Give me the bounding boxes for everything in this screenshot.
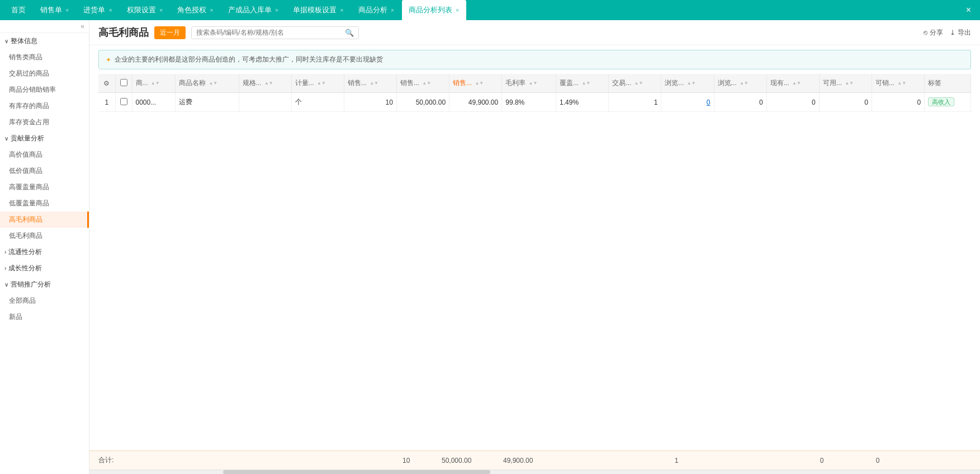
sidebar-item-high-margin[interactable]: 高毛利商品 bbox=[0, 212, 89, 228]
sort-icon[interactable]: ▲▼ bbox=[529, 81, 538, 86]
share-icon: ⎋ bbox=[924, 29, 927, 36]
sidebar-item-new-products[interactable]: 新品 bbox=[0, 309, 89, 325]
sidebar-item-all-products[interactable]: 全部商品 bbox=[0, 293, 89, 309]
sidebar-group-overall[interactable]: ∨ 整体信息 bbox=[0, 33, 89, 49]
sidebar-group-liquidity[interactable]: › 流通性分析 bbox=[0, 244, 89, 260]
close-icon[interactable]: × bbox=[275, 7, 278, 13]
nav-product-warehouse[interactable]: 产成品入库单 × bbox=[221, 0, 285, 20]
col-saleable[interactable]: 可销... ▲▼ bbox=[872, 74, 924, 93]
sort-icon[interactable]: ▲▼ bbox=[687, 81, 696, 86]
close-icon[interactable]: × bbox=[159, 7, 163, 13]
export-button[interactable]: ⤓ 导出 bbox=[950, 28, 971, 37]
col-current-stock[interactable]: 现有... ▲▼ bbox=[766, 74, 819, 93]
col-sales3[interactable]: 销售... ▲▼ bbox=[449, 74, 502, 93]
sort-icon[interactable]: ▲▼ bbox=[581, 81, 590, 86]
select-all-checkbox[interactable] bbox=[120, 79, 127, 86]
col-code[interactable]: 商... ▲▼ bbox=[132, 74, 176, 93]
nav-purchase-order[interactable]: 进货单 × bbox=[77, 0, 119, 20]
sort-icon[interactable]: ▲▼ bbox=[151, 81, 160, 86]
search-icon[interactable]: 🔍 bbox=[345, 29, 354, 37]
nav-role-auth[interactable]: 角色授权 × bbox=[171, 0, 220, 20]
sort-icon[interactable]: ▲▼ bbox=[317, 81, 326, 86]
col-views2[interactable]: 浏览... ▲▼ bbox=[714, 74, 766, 93]
col-coverage[interactable]: 覆盖... ▲▼ bbox=[556, 74, 609, 93]
row-transactions: 1 bbox=[609, 93, 661, 112]
close-icon[interactable]: × bbox=[108, 7, 112, 13]
sidebar-item-stocked-products[interactable]: 有库存的商品 bbox=[0, 98, 89, 114]
sort-icon[interactable]: ▲▼ bbox=[792, 81, 801, 86]
col-spec[interactable]: 规格... ▲▼ bbox=[239, 74, 291, 93]
sort-icon[interactable]: ▲▼ bbox=[740, 81, 749, 86]
col-tag[interactable]: 标签 bbox=[925, 74, 971, 93]
col-gross-margin[interactable]: 毛利率 ▲▼ bbox=[502, 74, 556, 93]
sidebar-item-low-margin[interactable]: 低毛利商品 bbox=[0, 228, 89, 244]
header-actions: ⎋ 分享 ⤓ 导出 bbox=[924, 28, 971, 37]
close-icon[interactable]: × bbox=[65, 7, 69, 13]
row-sales2: 50,000.00 bbox=[396, 93, 449, 112]
sidebar-collapse-button[interactable]: « bbox=[0, 20, 89, 33]
top-navigation: 首页 销售单 × 进货单 × 权限设置 × 角色授权 × 产成品入库单 × 单据… bbox=[0, 0, 980, 20]
close-icon[interactable]: × bbox=[391, 7, 394, 13]
chevron-down-icon: ∨ bbox=[4, 281, 8, 288]
share-button[interactable]: ⎋ 分享 bbox=[924, 28, 943, 37]
close-icon[interactable]: × bbox=[340, 7, 343, 13]
sidebar-item-inventory-capital[interactable]: 库存资金占用 bbox=[0, 114, 89, 130]
sidebar-item-high-coverage[interactable]: 高覆盖量商品 bbox=[0, 179, 89, 195]
data-table: ⚙ 商... ▲▼ 商品名称 ▲▼ 规格... bbox=[98, 74, 971, 112]
sort-icon[interactable]: ▲▼ bbox=[209, 81, 217, 86]
col-unit[interactable]: 计量... ▲▼ bbox=[291, 74, 344, 93]
sort-icon[interactable]: ▲▼ bbox=[897, 81, 906, 86]
search-box: 🔍 bbox=[191, 26, 359, 39]
star-icon: ✦ bbox=[106, 56, 111, 64]
col-sales1[interactable]: 销售... ▲▼ bbox=[344, 74, 396, 93]
horizontal-scrollbar[interactable] bbox=[89, 470, 980, 474]
col-transactions[interactable]: 交易... ▲▼ bbox=[609, 74, 661, 93]
row-checkbox[interactable] bbox=[115, 93, 132, 112]
sort-icon[interactable]: ▲▼ bbox=[845, 81, 854, 86]
nav-product-analysis-list[interactable]: 商品分析列表 × bbox=[402, 0, 466, 20]
sort-icon[interactable]: ▲▼ bbox=[370, 81, 378, 86]
nav-permission-settings[interactable]: 权限设置 × bbox=[120, 0, 169, 20]
sort-icon[interactable]: ▲▼ bbox=[635, 81, 643, 86]
footer-sales1: 10 bbox=[376, 457, 410, 464]
export-icon: ⤓ bbox=[950, 29, 955, 36]
scrollbar-thumb[interactable] bbox=[223, 470, 490, 474]
chevron-right-icon: › bbox=[4, 249, 6, 255]
filter-recent-month-button[interactable]: 近一月 bbox=[154, 26, 186, 39]
chevron-down-icon: ∨ bbox=[4, 38, 8, 44]
search-input[interactable] bbox=[196, 29, 343, 36]
sidebar-item-low-value[interactable]: 低价值商品 bbox=[0, 163, 89, 179]
sidebar-group-growth[interactable]: › 成长性分析 bbox=[0, 260, 89, 276]
col-sales2[interactable]: 销售... ▲▼ bbox=[396, 74, 449, 93]
col-settings[interactable]: ⚙ bbox=[98, 74, 115, 93]
col-available[interactable]: 可用... ▲▼ bbox=[819, 74, 872, 93]
close-icon[interactable]: × bbox=[456, 7, 459, 13]
sidebar-group-contribution[interactable]: ∨ 贡献量分析 bbox=[0, 130, 89, 147]
close-icon[interactable]: × bbox=[210, 7, 213, 13]
sort-icon[interactable]: ▲▼ bbox=[422, 81, 431, 86]
sidebar-item-sales-products[interactable]: 销售类商品 bbox=[0, 49, 89, 65]
col-name[interactable]: 商品名称 ▲▼ bbox=[176, 74, 239, 93]
col-views1[interactable]: 浏览... ▲▼ bbox=[661, 74, 714, 93]
footer-transactions: 1 bbox=[633, 457, 678, 464]
nav-product-analysis[interactable]: 商品分析 × bbox=[352, 0, 401, 20]
sidebar-item-high-value[interactable]: 高价值商品 bbox=[0, 147, 89, 163]
sidebar-item-traded-products[interactable]: 交易过的商品 bbox=[0, 65, 89, 82]
page-title: 高毛利商品 bbox=[98, 26, 149, 39]
nav-sales-order[interactable]: 销售单 × bbox=[34, 0, 75, 20]
row-num: 1 bbox=[98, 93, 115, 112]
row-tag: 高收入 bbox=[925, 93, 971, 112]
nav-home[interactable]: 首页 bbox=[4, 0, 32, 20]
sort-icon[interactable]: ▲▼ bbox=[264, 81, 273, 86]
table-row: 1 0000... 运费 个 10 50,000.00 49,900.00 99… bbox=[98, 93, 971, 112]
info-banner: ✦ 企业的主要的利润都是这部分商品创造的，可考虑加大推广，同时关注库存是不要出现… bbox=[98, 50, 971, 69]
nav-template-settings[interactable]: 单据模板设置 × bbox=[286, 0, 350, 20]
row-views1[interactable]: 0 bbox=[661, 93, 714, 112]
sort-icon[interactable]: ▲▼ bbox=[475, 81, 484, 86]
sidebar-item-distribution-rate[interactable]: 商品分销助销率 bbox=[0, 82, 89, 98]
row-views2: 0 bbox=[714, 93, 766, 112]
sidebar-item-low-coverage[interactable]: 低覆盖量商品 bbox=[0, 195, 89, 212]
sidebar-group-marketing[interactable]: ∨ 营销推广分析 bbox=[0, 276, 89, 293]
close-all-button[interactable]: × bbox=[962, 5, 976, 15]
row-sales3: 49,900.00 bbox=[449, 93, 502, 112]
